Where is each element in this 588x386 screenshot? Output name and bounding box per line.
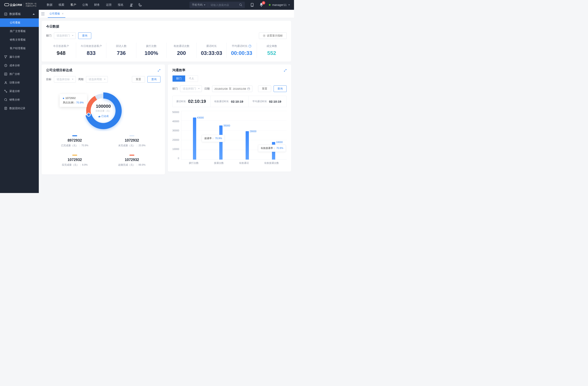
search-type-select[interactable]: 手机号码 bbox=[189, 3, 208, 7]
status-dot bbox=[269, 4, 271, 6]
phone-icon[interactable] bbox=[138, 3, 142, 7]
dept-label: 部门 bbox=[46, 34, 51, 38]
content-area: 今日数据 部门 请选择部门 查询 设置显示指标 今日首咨客户948今日有效首咨客… bbox=[39, 18, 294, 193]
search-icon[interactable] bbox=[237, 3, 245, 6]
reset-button[interactable]: 重置 bbox=[258, 85, 271, 92]
date-range-input[interactable]: 2018/01/08至2018/01/08 bbox=[212, 85, 252, 92]
topbar-right: 5 manager11 bbox=[251, 3, 290, 7]
x-label: 有效接通次数 bbox=[264, 161, 279, 165]
expand-icon[interactable] bbox=[284, 69, 287, 72]
mobile-icon[interactable] bbox=[251, 3, 254, 7]
bar: 35000 bbox=[219, 125, 223, 159]
svg-point-8 bbox=[5, 82, 6, 83]
settings-button[interactable]: 设置显示指标 bbox=[259, 32, 287, 39]
sidebar-icon bbox=[4, 72, 7, 76]
target-card: 公司业绩目标达成 目标 请选择目标 周期 请选择周期 重置 查询 bbox=[42, 64, 165, 174]
kpi-cell: 今日有效首咨客户833 bbox=[76, 43, 106, 58]
topnav-item[interactable]: 运营 bbox=[106, 3, 112, 7]
tab-company-board[interactable]: 公司看板✕ bbox=[48, 10, 65, 18]
sidebar-item[interactable]: 客户经理看板 bbox=[0, 44, 39, 53]
kpi-cell: 通话时长03:33:03 bbox=[197, 43, 227, 58]
eff-dept-select[interactable]: 请选择部门 bbox=[180, 85, 202, 92]
menu-toggle-icon[interactable] bbox=[41, 12, 44, 15]
thumb-up-icon bbox=[98, 115, 101, 117]
x-label: 接通次数 bbox=[214, 161, 224, 165]
logo-icon: 云朵CRM bbox=[4, 3, 22, 7]
svg-point-14 bbox=[87, 113, 90, 116]
sidebar-item[interactable]: 销售主管看板 bbox=[0, 36, 39, 44]
summary-cell: 平均通话时长02:10:19 bbox=[249, 96, 286, 107]
sidebar-item[interactable]: 销售分析 bbox=[0, 96, 39, 104]
sidebar-icon bbox=[4, 81, 7, 84]
legend-item: 1072932超额完成（元）|89.9% bbox=[103, 155, 161, 167]
bar: 29000 bbox=[246, 131, 249, 159]
close-icon[interactable]: ✕ bbox=[62, 12, 64, 15]
user-name: manager11 bbox=[272, 3, 287, 6]
kpi-cell: 成交单数552 bbox=[257, 43, 287, 58]
notification-badge: 5 bbox=[262, 1, 265, 4]
svg-point-4 bbox=[252, 6, 252, 6]
bar-chart: 50000400003000020000100000 4300035000290… bbox=[172, 111, 287, 168]
expand-icon[interactable] bbox=[158, 69, 161, 72]
summary-cell: 有效通话时长02:10:19 bbox=[210, 96, 249, 107]
bell-icon[interactable]: 5 bbox=[259, 3, 263, 7]
topnav-item[interactable]: 财务 bbox=[94, 3, 100, 7]
sidebar-item[interactable]: 公司看板 bbox=[0, 18, 39, 27]
kpi-cell: 回访人数736 bbox=[106, 43, 136, 58]
add-user-icon[interactable] bbox=[130, 3, 133, 7]
sidebar-item[interactable]: 访客分析 bbox=[0, 78, 39, 87]
sidebar: 数据看板 公司看板推广主管看板销售主管看板客户经理看板 漏斗分析成本分析推广分析… bbox=[0, 10, 39, 193]
reset-button[interactable]: 重置 bbox=[132, 76, 145, 83]
sidebar-item[interactable]: 数据流转记录 bbox=[0, 104, 39, 113]
svg-text:云朵CRM: 云朵CRM bbox=[10, 3, 22, 6]
legend-item: 8972932已完成量（元）|70.9% bbox=[46, 135, 103, 147]
today-title: 今日数据 bbox=[46, 24, 287, 29]
bar: 43000 bbox=[193, 117, 196, 159]
period-select[interactable]: 请选择周期 bbox=[86, 76, 108, 83]
sidebar-item[interactable]: 渠道分析 bbox=[0, 87, 39, 96]
search-input[interactable] bbox=[208, 2, 237, 8]
svg-point-2 bbox=[239, 4, 241, 5]
kpi-cell: 拨打次数100% bbox=[136, 43, 167, 58]
tab-item[interactable]: 部门 bbox=[172, 76, 185, 82]
sidebar-icon bbox=[4, 90, 7, 93]
svg-point-1 bbox=[131, 4, 132, 5]
sidebar-item[interactable]: 推广主管看板 bbox=[0, 27, 39, 36]
kpi-cell: 今日首咨客户948 bbox=[46, 43, 76, 58]
logo: 云朵CRM 教育机构一站式服务云平台 bbox=[4, 3, 37, 7]
tab-item[interactable]: 个人 bbox=[185, 76, 198, 82]
donut-chart: 100000 目标总量（元） 已达成 1072932 所占比例：70.9% bbox=[83, 90, 124, 131]
kpi-cell: 有效通话次数200 bbox=[167, 43, 197, 58]
sidebar-group-dashboard[interactable]: 数据看板 bbox=[0, 10, 39, 18]
topbar-extra-icons bbox=[130, 3, 142, 7]
search-box: 手机号码 bbox=[189, 2, 245, 8]
calendar-icon bbox=[247, 87, 250, 90]
query-button[interactable]: 查询 bbox=[273, 85, 287, 92]
efficiency-card: 沟通效率 部门个人 部门 请选择部门 日期 2018/01/08至2018/01… bbox=[168, 64, 291, 172]
donut-tooltip: 1072932 所占比例：70.9% bbox=[60, 94, 87, 107]
sidebar-item[interactable]: 漏斗分析 bbox=[0, 53, 39, 61]
x-label: 拨打次数 bbox=[189, 161, 199, 165]
help-icon[interactable]: ? bbox=[249, 45, 251, 48]
top-nav: 数据线索客户公海财务运营报名 bbox=[47, 3, 124, 7]
topnav-item[interactable]: 报名 bbox=[118, 3, 124, 7]
svg-rect-15 bbox=[248, 88, 250, 90]
today-card: 今日数据 部门 请选择部门 查询 设置显示指标 今日首咨客户948今日有效首咨客… bbox=[42, 21, 291, 62]
kpi-cell: 平均通话时长?00:00:33 bbox=[227, 43, 257, 58]
topnav-item[interactable]: 数据 bbox=[47, 3, 52, 7]
user-menu[interactable]: manager11 bbox=[269, 3, 290, 6]
tabbar: 公司看板✕ bbox=[39, 10, 294, 18]
target-select[interactable]: 请选择目标 bbox=[54, 76, 76, 83]
chart-annotation: 有效接通率：70.9% bbox=[258, 145, 286, 152]
efficiency-title: 沟通效率 bbox=[172, 68, 185, 72]
query-button[interactable]: 查询 bbox=[147, 76, 161, 83]
topnav-item[interactable]: 线索 bbox=[59, 3, 64, 7]
dept-select[interactable]: 请选择部门 bbox=[54, 32, 76, 39]
topnav-item[interactable]: 公海 bbox=[82, 3, 88, 7]
sidebar-item[interactable]: 推广分析 bbox=[0, 70, 39, 78]
sidebar-item[interactable]: 成本分析 bbox=[0, 61, 39, 70]
query-button[interactable]: 查询 bbox=[78, 32, 91, 39]
sidebar-icon bbox=[4, 55, 7, 58]
svg-point-13 bbox=[264, 35, 265, 36]
topnav-item[interactable]: 客户 bbox=[70, 3, 76, 7]
